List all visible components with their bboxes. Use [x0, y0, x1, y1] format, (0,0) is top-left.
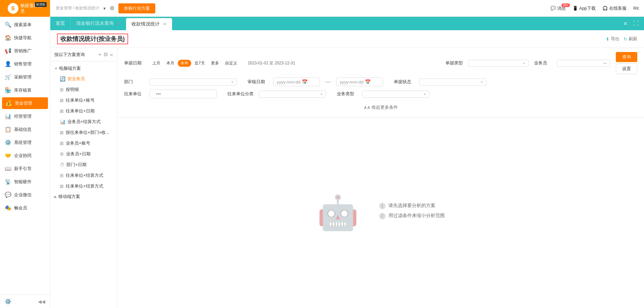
version-badge: 标准版: [35, 2, 47, 7]
review-date-label: 审核日期: [248, 79, 268, 85]
tree-item-label: 往来单位+日期: [66, 108, 95, 114]
header-gear-icon[interactable]: ⚙: [110, 5, 114, 11]
tree-item-counterpart-dept[interactable]: ⊠ 按往来单位+部门+收...: [50, 127, 117, 138]
sidebar-item-label: 企业协同: [14, 153, 32, 159]
user-label: Rit: [633, 6, 639, 11]
export-button[interactable]: ⬆ 导出: [606, 36, 620, 42]
sidebar-item-guide[interactable]: 📖 新手引导: [0, 162, 50, 175]
date-tab-this-year[interactable]: 本年: [178, 60, 191, 67]
left-panel-title: 按以下方案查询: [54, 52, 85, 58]
sidebar-item-hardware[interactable]: 📡 智能硬件: [0, 175, 50, 188]
date-tab-this-month[interactable]: 本月: [164, 60, 177, 67]
bank-tab-close-icon[interactable]: ✕: [117, 21, 120, 26]
counterpart-category-dropdown-icon: ▾: [321, 92, 322, 96]
online-service-button[interactable]: 🎧 在线客服: [602, 5, 627, 11]
tree-item-counterpart-date[interactable]: ⊠ 往来单位+日期: [50, 106, 117, 116]
tab-receipt[interactable]: 收款情况统计 ✕: [126, 18, 172, 30]
sidebar: 6 畅捷通好生 意 标准版 🔍 搜索菜单 🏠 快捷导航 📢 营销推广 👤 销售管…: [0, 0, 50, 308]
date-tab-more[interactable]: 更多: [208, 60, 222, 67]
step-1-text: 请先选择要分析的方案: [388, 203, 435, 209]
business-type-dropdown-icon: ▾: [424, 92, 426, 96]
counterpart-settlement1-icon: ⊞: [60, 173, 64, 178]
home-tab-label: 首页: [56, 20, 65, 27]
voucher-type-dropdown-icon: ▾: [523, 61, 525, 65]
tree-item-dept-date[interactable]: ⏱ 部门+日期: [50, 159, 117, 170]
receipt-tab-close-icon[interactable]: ✕: [163, 22, 166, 27]
dept-select[interactable]: ▾: [150, 79, 237, 86]
tree-item-salesman-account[interactable]: ⊠ 业务员+账号: [50, 138, 117, 149]
salesman-dropdown-icon: •••: [603, 61, 607, 65]
close-window-icon[interactable]: ✕: [621, 19, 629, 28]
calendar-end-icon[interactable]: 📅: [365, 79, 371, 85]
sidebar-item-quicknav[interactable]: 🏠 快捷导航: [0, 31, 50, 44]
counterpart-more-icon[interactable]: •••: [156, 91, 161, 97]
app-download-button[interactable]: 📱 App下载: [573, 5, 596, 11]
sidebar-nav: 🔍 搜索菜单 🏠 快捷导航 📢 营销推广 👤 销售管理 🛒 采购管理 🏪 库存核…: [0, 17, 50, 295]
empty-steps: 1 请先选择要分析的方案 2 用过滤条件来缩小分析范围: [379, 203, 445, 223]
sidebar-item-search[interactable]: 🔍 搜索菜单: [0, 18, 50, 31]
review-date-start-input[interactable]: yyyy-mm-dd 📅: [273, 78, 320, 86]
tree-item-counterpart-account[interactable]: ⊠ 往来单位+账号: [50, 95, 117, 106]
bank-tab-label: 现金银行流水查询: [76, 20, 114, 27]
counterpart-category-select[interactable]: ▾: [259, 91, 326, 98]
settings-button[interactable]: 设置: [616, 63, 637, 74]
mobile-group-header[interactable]: ▶ 移动端方案: [50, 192, 117, 202]
tree-item-by-salesman[interactable]: 🔄 按业务员: [50, 73, 117, 84]
date-tab-custom[interactable]: 自定义: [222, 60, 240, 67]
sidebar-collapse-icon[interactable]: ◀◀: [38, 299, 45, 304]
sidebar-item-wechat[interactable]: 💬 企业微信: [0, 188, 50, 201]
filter-row-2: 部门 ▾ 审核日期 yyyy-mm-dd 📅 — yyyy-mm-dd: [124, 78, 637, 86]
header-left: 资金管理 / 收款情况统计 ▾ ⚙ 体验行业方案: [56, 3, 155, 13]
sidebar-item-system[interactable]: ⚙️ 系统管理: [0, 136, 50, 149]
date-tab-last-month[interactable]: 上月: [150, 60, 163, 67]
maximize-window-icon[interactable]: ⛶: [632, 19, 640, 28]
refresh-button[interactable]: ↻ 刷新: [624, 36, 637, 42]
calendar-start-icon[interactable]: 📅: [302, 79, 308, 85]
date-tab-last7[interactable]: 近7天: [192, 60, 208, 67]
sidebar-item-marketing[interactable]: 📢 营销推广: [0, 44, 50, 57]
tree-item-counterpart-settlement2[interactable]: ⊠ 往来单位+结算方式: [50, 181, 117, 192]
sidebar-item-basic[interactable]: 📋 基础信息: [0, 123, 50, 136]
header-dropdown-icon[interactable]: ▾: [103, 6, 106, 11]
chart-icon: 📊: [5, 113, 11, 119]
tree-item-salesman-date[interactable]: ⚙ 业务员+日期: [50, 149, 117, 159]
add-scheme-icon[interactable]: +: [98, 52, 101, 58]
collapse-panel-icon[interactable]: «: [110, 52, 113, 58]
pc-group-arrow-icon: ▼: [54, 67, 58, 70]
salesman-select[interactable]: •••: [557, 60, 610, 67]
review-date-end-input[interactable]: yyyy-mm-dd 📅: [336, 78, 383, 86]
tree-item-by-detail[interactable]: ⊞ 按明细: [50, 84, 117, 95]
sidebar-item-operation[interactable]: 📊 经营管理: [0, 110, 50, 123]
pc-group-header[interactable]: ▼ 电脑端方案: [50, 63, 117, 73]
sidebar-item-member[interactable]: 🎭 畅会员: [0, 201, 50, 214]
user-profile[interactable]: Rit: [633, 6, 639, 11]
tree-item-label: 业务员+账号: [66, 140, 90, 146]
collapse-more-button[interactable]: ∧∧ 收起更多条件: [124, 102, 637, 113]
message-button[interactable]: 💬 消息 99+: [550, 5, 566, 11]
book-icon: 📖: [5, 165, 11, 172]
sidebar-item-purchase[interactable]: 🛒 采购管理: [0, 70, 50, 84]
business-type-select[interactable]: ▾: [362, 91, 429, 98]
tab-home[interactable]: 首页: [50, 17, 71, 30]
tab-bank[interactable]: 现金银行流水查询 ✕: [71, 17, 126, 30]
sidebar-item-label: 企业微信: [14, 192, 32, 198]
trial-button[interactable]: 体验行业方案: [118, 3, 155, 13]
sidebar-item-label: 基础信息: [14, 126, 32, 133]
scheme-settings-icon[interactable]: ⚙: [103, 51, 108, 58]
dept-dropdown-icon: ▾: [231, 80, 233, 84]
voucher-type-select[interactable]: ▾: [468, 60, 529, 67]
sidebar-item-inventory[interactable]: 🏪 库存核算: [0, 84, 50, 97]
sidebar-settings-icon[interactable]: ⚙️: [5, 298, 11, 305]
counterpart-input[interactable]: •••: [150, 90, 217, 98]
empty-step-1: 1 请先选择要分析的方案: [379, 203, 445, 209]
voucher-status-select[interactable]: ▾: [419, 79, 486, 86]
sidebar-item-sales[interactable]: 👤 销售管理: [0, 57, 50, 70]
tree-item-counterpart-settlement1[interactable]: ⊞ 往来单位+结算方式: [50, 170, 117, 181]
date-range-display: 2023-01-01 至 2023-12-31: [248, 60, 295, 66]
tree-section: ▼ 电脑端方案 🔄 按业务员 ⊞ 按明细 ⊠ 往来单位+账号: [50, 61, 117, 204]
sidebar-item-enterprise[interactable]: 🤝 企业协同: [0, 149, 50, 162]
query-button[interactable]: 查询: [616, 52, 637, 62]
tree-item-salesman-settlement[interactable]: 📊 业务员+结算方式: [50, 116, 117, 127]
salesman-label: 业务员: [534, 60, 554, 66]
sidebar-item-finance[interactable]: 💰 资金管理: [2, 97, 48, 109]
